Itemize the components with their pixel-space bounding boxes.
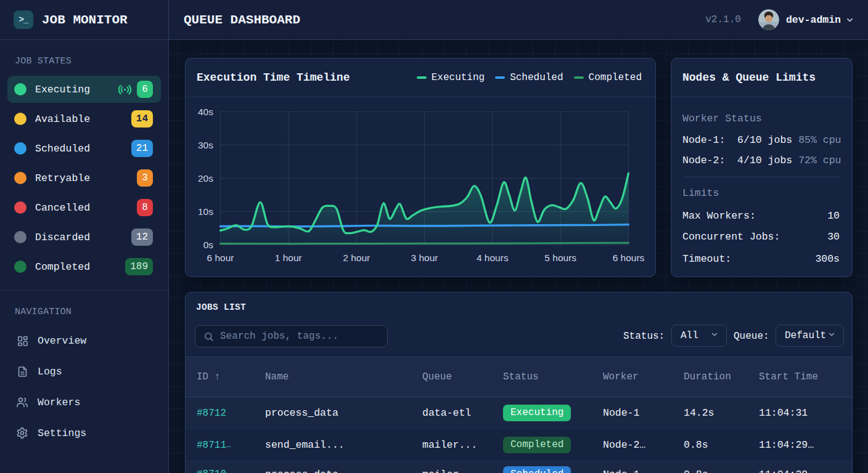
svg-text:10s: 10s — [198, 206, 213, 217]
svg-text:3 hour: 3 hour — [411, 253, 438, 263]
svg-text:6 hours: 6 hours — [613, 253, 645, 263]
svg-text:40s: 40s — [198, 107, 213, 117]
svg-text:2 hour: 2 hour — [343, 253, 370, 263]
svg-text:6 hour: 6 hour — [207, 253, 234, 263]
svg-text:0s: 0s — [203, 240, 214, 250]
svg-text:20s: 20s — [198, 173, 213, 184]
svg-text:1 hour: 1 hour — [275, 253, 302, 263]
svg-text:4 hours: 4 hours — [477, 253, 509, 263]
svg-text:30s: 30s — [198, 140, 213, 150]
svg-text:5 hours: 5 hours — [544, 253, 576, 263]
